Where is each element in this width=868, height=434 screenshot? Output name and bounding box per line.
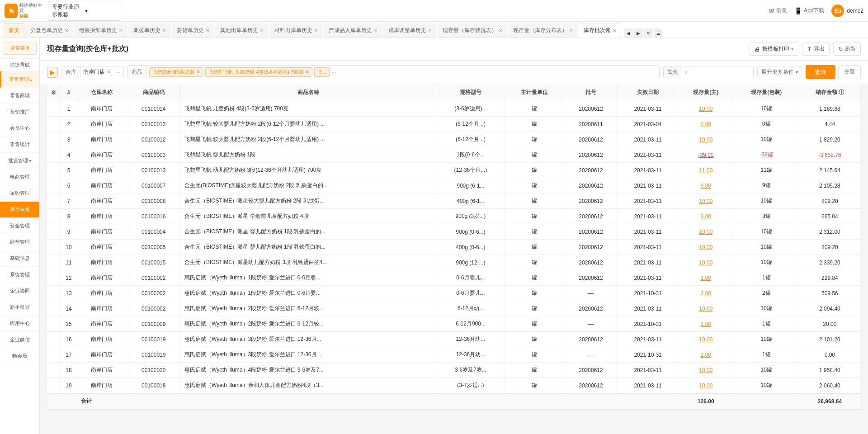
sidebar-item-basic[interactable]: 基础信息 <box>0 250 39 267</box>
tab-menu-btn[interactable]: ☰ <box>654 28 663 38</box>
col-warehouse: 仓库名称 <box>77 84 127 101</box>
table-row: 9 南岸门店 00100004 合生元（BIOSTIME）派星 婴儿配方奶粉 1… <box>47 224 861 240</box>
col-settings[interactable]: ⚙ <box>47 84 61 101</box>
sidebar-item-enterprise[interactable]: 企业协同 <box>0 283 39 299</box>
sidebar-item-retail-stats[interactable]: 零售统计 <box>0 137 39 153</box>
tab-kc-piliang[interactable]: 库存批次账 ✕ <box>579 23 621 38</box>
sidebar-item-vip[interactable]: 畅会员 <box>0 348 39 364</box>
filter-expand-btn[interactable]: ▶ <box>47 67 58 78</box>
search-btn[interactable]: 查询 <box>806 65 835 79</box>
product-tag-1[interactable]: 飞鹤星飞帆 儿童奶粉 4段(3-6岁适用) 700克 ✕ <box>205 67 312 77</box>
template-print-btn[interactable]: 🖨 按模板打印 ▾ <box>750 42 798 56</box>
col-no: # <box>61 84 77 101</box>
tab-diaobodanls[interactable]: 调拨单历史 ✕ <box>128 23 171 38</box>
product-tag-0[interactable]: 飞鹤奶粉3段两提装 ✕ <box>149 67 203 77</box>
tab-close-10[interactable]: ✕ <box>569 28 573 33</box>
user-area[interactable]: Ea demo2 <box>831 5 863 17</box>
sidebar-item-retail-shop[interactable]: 零售商城 <box>0 88 39 104</box>
logo-text: 畅捷通好生意 标版 <box>19 3 44 19</box>
refresh-btn[interactable]: ↻ 刷新 <box>833 42 861 56</box>
footer-qty-main: 126.00 <box>678 393 734 409</box>
tab-close-all-btn[interactable]: ✕ <box>644 28 653 38</box>
table-row: 13 南岸门店 00100002 惠氏启赋（Wyeth illuma）1段奶粉 … <box>47 286 861 301</box>
tab-close-7[interactable]: ✕ <box>374 28 377 33</box>
product-filter[interactable]: 商品 飞鹤奶粉3段两提装 ✕ 飞鹤星飞帆 儿童奶粉 4段(3-6岁适用) 700… <box>127 65 660 79</box>
tab-nav-btns: ◀ ▶ ✕ ☰ <box>624 28 663 38</box>
page-header: 现存量查询(按仓库+批次) 🖨 按模板打印 ▾ ⬆ 导出 ↻ 刷新 <box>40 38 868 61</box>
page-title: 现存量查询(按仓库+批次) <box>47 44 128 54</box>
tab-close-1[interactable]: ✕ <box>65 28 68 33</box>
warehouse-filter-more[interactable]: ··· <box>113 67 123 77</box>
message-btn[interactable]: ✉ 消息 <box>769 7 787 14</box>
top-bar: 畅 畅捷通好生意 标版 母婴行业演示账套 ▾ ✉ 消息 📱 App下载 Ea d… <box>0 0 868 22</box>
table-row: 12 南岸门店 00100002 惠氏启赋（Wyeth illuma）1段奶粉 … <box>47 270 861 286</box>
col-amount: 结存金额 ⓘ <box>799 84 860 101</box>
table-row: 19 南岸门店 00100018 惠氏启赋（Wyeth illuma）亲和人体儿… <box>47 378 861 394</box>
expand-more-btn[interactable]: 展开更多条件 ▾ <box>757 66 802 78</box>
sidebar-item-wholesale[interactable]: 批发管理 ▾ <box>0 153 39 169</box>
col-spec: 规格型号 <box>436 84 505 101</box>
tab-fenpandian[interactable]: 分盘点单历史 ✕ <box>25 23 73 38</box>
sidebar-item-inventory[interactable]: 库存核算 <box>0 202 39 218</box>
table-row: 16 南岸门店 00100019 惠氏启赋（Wyeth illuma）3段奶粉 … <box>47 332 861 347</box>
tab-close-6[interactable]: ✕ <box>314 28 318 33</box>
sidebar-item-system[interactable]: 系统管理 <box>0 267 39 283</box>
table-row: 1 南岸门店 00100014 飞鹤星飞帆 儿童奶粉 4段(3-6岁适用) 70… <box>47 101 861 117</box>
tab-close-11[interactable]: ✕ <box>613 28 616 33</box>
tab-qitachuku[interactable]: 其他出库单历史 ✕ <box>215 23 269 38</box>
tab-close-8[interactable]: ✕ <box>428 28 432 33</box>
tab-close-4[interactable]: ✕ <box>206 28 209 33</box>
warehouse-filter[interactable]: 合库 南岸门店 ✕ ··· <box>61 66 124 78</box>
sidebar-item-purchase[interactable]: 采购管理 <box>0 185 39 202</box>
table-row: 15 南岸门店 00100009 惠氏启赋（Wyeth illuma）2段奶粉 … <box>47 316 861 332</box>
col-batch: 批号 <box>564 84 618 101</box>
sidebar-search-btn[interactable]: 搜索菜单 <box>3 42 37 55</box>
tab-cailiaochuku[interactable]: 材料出库单历史 ✕ <box>269 23 323 38</box>
warehouse-filter-close[interactable]: ✕ <box>107 69 111 75</box>
sidebar-item-member[interactable]: 会员中心 <box>0 120 39 137</box>
table-row: 2 南岸门店 00100012 飞鹤星飞帆 较大婴儿配方奶粉 2段(6-12个月… <box>47 117 861 132</box>
sidebar-item-retail[interactable]: 零售管理 ▴ <box>0 71 39 88</box>
tab-prev-btn[interactable]: ◀ <box>624 28 633 38</box>
tab-zuzhangchaijian[interactable]: 组装拆卸单历史 ✕ <box>74 23 127 38</box>
settings-btn[interactable]: 设置 <box>838 65 861 79</box>
sidebar-shortcut-btn[interactable]: 快捷导航 <box>0 59 39 71</box>
tab-yaohuo[interactable]: 要货单历史 ✕ <box>172 23 214 38</box>
sidebar-item-finance[interactable]: 资金管理 <box>0 218 39 234</box>
color-filter[interactable]: 颜色 ▾ <box>663 66 754 78</box>
workspace-selector[interactable]: 母婴行业演示账套 ▾ <box>48 1 120 21</box>
tab-bar: 首页 分盘点单历史 ✕ 组装拆卸单历史 ✕ 调拨单历史 ✕ 要货单历史 ✕ 其他… <box>0 22 868 38</box>
tab-next-btn[interactable]: ▶ <box>634 28 643 38</box>
tab-close-9[interactable]: ✕ <box>499 28 502 33</box>
sidebar-item-operations[interactable]: 经营管理 <box>0 234 39 250</box>
table-header-row: ⚙ # 仓库名称 商品编码 商品名称 规格型号 主计量单位 批号 失效日期 现存… <box>47 84 861 101</box>
sidebar-item-guide[interactable]: 新手引导 <box>0 299 39 316</box>
sidebar-item-wechat[interactable]: 企业微信 <box>0 332 39 348</box>
sidebar-item-ecommerce[interactable]: 电商管理 <box>0 169 39 185</box>
content-area: 现存量查询(按仓库+批次) 🖨 按模板打印 ▾ ⬆ 导出 ↻ 刷新 <box>40 38 868 434</box>
tab-xcl-kcfb[interactable]: 现存量（库存分布表） ✕ <box>508 23 578 38</box>
tab-chengbentiaoz[interactable]: 成本调整单历史 ✕ <box>383 23 437 38</box>
tab-chanchengrunelement[interactable]: 产成品入库单历史 ✕ <box>324 23 382 38</box>
tab-close-2[interactable]: ✕ <box>119 28 123 33</box>
sidebar-item-apps[interactable]: 应用中心 <box>0 316 39 332</box>
product-tag-close-0[interactable]: ✕ <box>196 69 200 75</box>
table-row: 14 南岸门店 00100002 惠氏启赋（Wyeth illuma）2段奶粉 … <box>47 301 861 316</box>
table-row: 8 南岸门店 00100016 合生元（BIOSTIME）派星 学龄前儿童配方奶… <box>47 209 861 224</box>
page-title-row: 现存量查询(按仓库+批次) 🖨 按模板打印 ▾ ⬆ 导出 ↻ 刷新 <box>47 42 861 56</box>
app-download-btn[interactable]: 📱 App下载 <box>794 7 824 14</box>
col-qty-main: 现存量(主) <box>678 84 734 101</box>
tab-close-3[interactable]: ✕ <box>162 28 166 33</box>
avatar: Ea <box>831 5 844 17</box>
filter-actions: 查询 设置 <box>806 65 861 79</box>
tab-xcl-kczk[interactable]: 现存量（库存状况表） ✕ <box>438 23 507 38</box>
logo-icon: 畅 <box>5 4 18 18</box>
export-btn[interactable]: ⬆ 导出 <box>802 42 830 56</box>
tab-close-5[interactable]: ✕ <box>260 28 264 33</box>
sidebar-item-marketing[interactable]: 营销推广 <box>0 104 39 120</box>
product-tag-close-1[interactable]: ✕ <box>305 69 309 75</box>
tab-home[interactable]: 首页 <box>4 23 24 38</box>
product-tag-2[interactable]: 飞... <box>314 67 330 77</box>
col-expire: 失效日期 <box>618 84 678 101</box>
table-row: 4 南岸门店 00100003 飞鹤星飞帆 婴儿配方奶粉 1段 1段(0-6个.… <box>47 147 861 163</box>
